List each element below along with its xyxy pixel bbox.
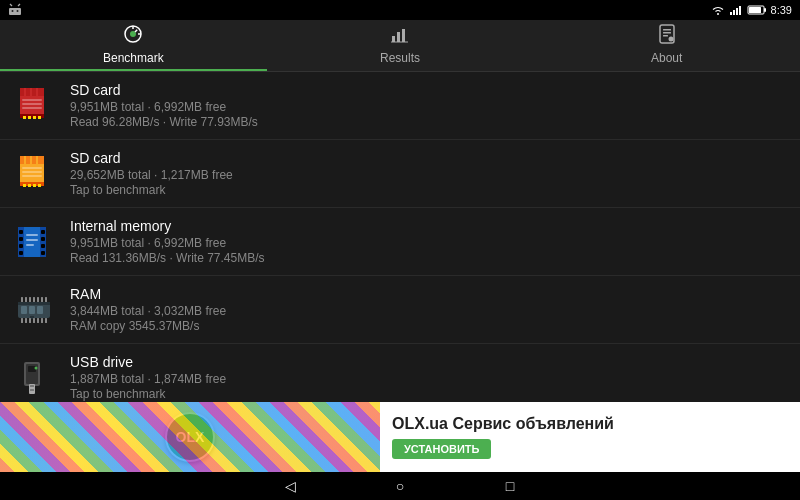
ad-install-button[interactable]: УСТАНОВИТЬ bbox=[392, 439, 491, 459]
sd-card-1-icon bbox=[16, 86, 56, 126]
svg-rect-44 bbox=[38, 156, 44, 164]
internal-memory-icon bbox=[16, 222, 56, 262]
list-item-sd-card-1[interactable]: SD card 9,951MB total · 6,992MB free Rea… bbox=[0, 72, 800, 140]
svg-point-4 bbox=[17, 10, 19, 12]
list-item-ram[interactable]: RAM 3,844MB total · 3,032MB free RAM cop… bbox=[0, 276, 800, 344]
svg-rect-24 bbox=[663, 32, 671, 34]
svg-rect-59 bbox=[19, 251, 23, 255]
ad-banner[interactable]: OLX OLX.ua Сервис объявлений УСТАНОВИТЬ bbox=[0, 402, 800, 472]
time-display: 8:39 bbox=[771, 4, 792, 16]
svg-rect-64 bbox=[26, 234, 38, 236]
svg-rect-73 bbox=[21, 318, 23, 323]
svg-rect-77 bbox=[37, 318, 39, 323]
svg-rect-9 bbox=[739, 6, 741, 15]
results-icon bbox=[390, 24, 410, 49]
sd-card-1-detail: Read 96.28MB/s · Write 77.93MB/s bbox=[70, 115, 784, 129]
svg-point-3 bbox=[12, 10, 14, 12]
svg-line-17 bbox=[135, 30, 137, 32]
sd-card-2-detail: Tap to benchmark bbox=[70, 183, 784, 197]
svg-rect-6 bbox=[730, 12, 732, 15]
about-icon bbox=[657, 24, 677, 49]
ad-left-section: OLX bbox=[0, 402, 380, 472]
svg-rect-75 bbox=[29, 318, 31, 323]
android-icon bbox=[8, 3, 22, 17]
svg-rect-38 bbox=[33, 116, 36, 119]
svg-rect-74 bbox=[25, 318, 27, 323]
ad-title: OLX.ua Сервис объявлений bbox=[392, 415, 614, 433]
svg-rect-31 bbox=[38, 88, 44, 96]
list-item-usb-drive[interactable]: USB drive 1,887MB total · 1,874MB free T… bbox=[0, 344, 800, 402]
svg-rect-20 bbox=[402, 29, 405, 42]
svg-rect-25 bbox=[663, 35, 668, 37]
svg-rect-32 bbox=[22, 99, 42, 101]
svg-rect-91 bbox=[30, 385, 34, 387]
sd-card-2-text: SD card 29,652MB total · 1,217MB free Ta… bbox=[70, 150, 784, 197]
svg-rect-68 bbox=[18, 302, 50, 305]
svg-rect-12 bbox=[764, 8, 766, 12]
svg-rect-78 bbox=[41, 318, 43, 323]
sd-card-1-title: SD card bbox=[70, 82, 784, 98]
svg-point-93 bbox=[35, 366, 38, 369]
recent-button[interactable]: □ bbox=[495, 475, 525, 497]
usb-drive-detail: Tap to benchmark bbox=[70, 387, 784, 401]
svg-point-5 bbox=[717, 13, 719, 15]
signal-icon bbox=[729, 4, 743, 16]
tab-bar: Benchmark Results About bbox=[0, 20, 800, 72]
svg-rect-7 bbox=[733, 10, 735, 15]
svg-rect-83 bbox=[33, 297, 35, 302]
svg-rect-0 bbox=[9, 8, 21, 15]
svg-rect-92 bbox=[30, 389, 34, 391]
wifi-icon bbox=[711, 4, 725, 16]
svg-rect-37 bbox=[28, 116, 31, 119]
svg-rect-57 bbox=[19, 237, 23, 241]
svg-rect-41 bbox=[20, 156, 24, 164]
list-item-internal-memory[interactable]: Internal memory 9,951MB total · 6,992MB … bbox=[0, 208, 800, 276]
svg-rect-39 bbox=[38, 116, 41, 119]
svg-line-1 bbox=[10, 4, 12, 6]
ram-subtitle: 3,844MB total · 3,032MB free bbox=[70, 304, 784, 318]
sd-card-2-icon bbox=[16, 154, 56, 194]
svg-point-26 bbox=[668, 37, 673, 42]
battery-icon bbox=[747, 4, 767, 16]
svg-rect-65 bbox=[26, 239, 38, 241]
back-button[interactable]: ◁ bbox=[275, 475, 305, 497]
svg-rect-42 bbox=[26, 156, 30, 164]
sd-card-2-subtitle: 29,652MB total · 1,217MB free bbox=[70, 168, 784, 182]
svg-rect-69 bbox=[21, 306, 27, 314]
svg-rect-85 bbox=[41, 297, 43, 302]
sd-card-2-title: SD card bbox=[70, 150, 784, 166]
tab-benchmark[interactable]: Benchmark bbox=[0, 20, 267, 71]
svg-rect-50 bbox=[28, 184, 31, 187]
home-button[interactable]: ○ bbox=[385, 475, 415, 497]
internal-memory-subtitle: 9,951MB total · 6,992MB free bbox=[70, 236, 784, 250]
svg-rect-11 bbox=[749, 7, 761, 13]
svg-rect-62 bbox=[41, 244, 45, 248]
svg-rect-33 bbox=[22, 103, 42, 105]
svg-rect-36 bbox=[23, 116, 26, 119]
svg-rect-18 bbox=[392, 36, 395, 42]
svg-rect-30 bbox=[32, 88, 36, 96]
tab-results[interactable]: Results bbox=[267, 20, 534, 71]
svg-rect-66 bbox=[26, 244, 34, 246]
svg-rect-76 bbox=[33, 318, 35, 323]
usb-drive-title: USB drive bbox=[70, 354, 784, 370]
svg-rect-63 bbox=[41, 251, 45, 255]
svg-rect-28 bbox=[20, 88, 24, 96]
ram-title: RAM bbox=[70, 286, 784, 302]
sd-card-1-subtitle: 9,951MB total · 6,992MB free bbox=[70, 100, 784, 114]
internal-memory-title: Internal memory bbox=[70, 218, 784, 234]
svg-rect-23 bbox=[663, 29, 671, 31]
list-item-sd-card-2[interactable]: SD card 29,652MB total · 1,217MB free Ta… bbox=[0, 140, 800, 208]
svg-rect-51 bbox=[33, 184, 36, 187]
ram-text: RAM 3,844MB total · 3,032MB free RAM cop… bbox=[70, 286, 784, 333]
svg-rect-29 bbox=[26, 88, 30, 96]
usb-drive-subtitle: 1,887MB total · 1,874MB free bbox=[70, 372, 784, 386]
svg-rect-89 bbox=[28, 366, 36, 372]
svg-rect-47 bbox=[22, 175, 42, 177]
benchmark-icon bbox=[123, 24, 143, 49]
tab-about[interactable]: About bbox=[533, 20, 800, 71]
svg-rect-45 bbox=[22, 167, 42, 169]
content-area: SD card 9,951MB total · 6,992MB free Rea… bbox=[0, 72, 800, 402]
svg-rect-8 bbox=[736, 8, 738, 15]
svg-rect-58 bbox=[19, 244, 23, 248]
